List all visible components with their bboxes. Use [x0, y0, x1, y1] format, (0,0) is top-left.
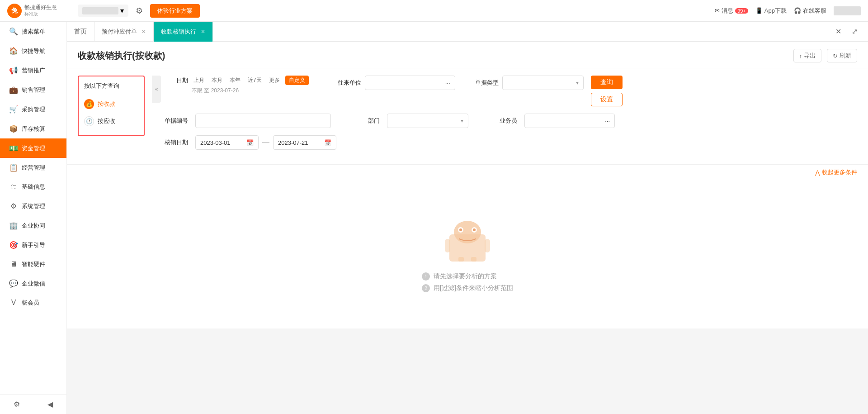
collection-icon: 💰: [84, 99, 94, 109]
tab-close-window-icon[interactable]: ✕: [832, 25, 844, 38]
empty-illustration: [440, 216, 495, 262]
tab-collection[interactable]: 收款核销执行 ✕: [154, 22, 213, 42]
sidebar-item-member[interactable]: V 畅会员: [0, 293, 66, 312]
svg-point-5: [473, 228, 476, 231]
layout: 🔍 搜索菜单 🏠 快捷导航 📢 营销推广 💼 销售管理 🛒 采购管理 📦 库存核…: [0, 0, 868, 414]
sidebar-item-marketing[interactable]: 📢 营销推广: [0, 61, 66, 80]
top-header: 兔 畅捷通好生意 标准版 ▾ ⚙ 体验行业方案 ✉ 消息 99+ 📱 App下载…: [0, 0, 868, 22]
chevron-down-dept-icon: ▾: [461, 118, 463, 124]
verify-date-label: 核销日期: [161, 138, 188, 147]
shortcut-custom[interactable]: 自定义: [285, 76, 309, 85]
company-name: [82, 7, 118, 14]
main-content: 首页 预付冲应付单 ✕ 收款核销执行 ✕ ✕ ⤢ 收款核销执行(按收款): [67, 22, 868, 414]
dept-select[interactable]: ▾: [387, 114, 468, 128]
filter-option-by-receivable[interactable]: 🕐 按应收: [84, 113, 138, 130]
staff-input[interactable]: ···: [524, 114, 615, 128]
filter-form: 日期 上月 本月 本年 近7天 更多 自定义: [161, 76, 868, 157]
panel-collapse-button[interactable]: «: [152, 76, 161, 103]
date-sub-label: 不限 至 2023-07-26: [192, 87, 239, 95]
tab-actions: ✕ ⤢: [832, 25, 868, 38]
shortcut-this-month[interactable]: 本月: [210, 76, 224, 85]
sidebar-label-hardware: 智能硬件: [22, 260, 45, 268]
bill-type-select[interactable]: ▾: [502, 76, 584, 90]
system-icon: ⚙: [9, 202, 18, 210]
wechat-icon: 💬: [9, 279, 18, 288]
page-header-actions: ↑ 导出 ↻ 刷新: [793, 49, 858, 62]
user-avatar[interactable]: [834, 6, 861, 15]
hint-num-2: 2: [422, 284, 430, 292]
company-selector[interactable]: ▾: [78, 5, 128, 17]
solution-button[interactable]: 体验行业方案: [150, 4, 200, 18]
footer-settings-button[interactable]: ⚙: [14, 400, 20, 409]
member-icon: V: [9, 299, 18, 307]
sidebar-label-marketing: 营销推广: [22, 67, 45, 75]
header-left: 兔 畅捷通好生意 标准版 ▾ ⚙ 体验行业方案: [7, 4, 715, 18]
sidebar-item-hardware[interactable]: 🖥 智能硬件: [0, 255, 66, 274]
app-name: 畅捷通好生意: [24, 4, 57, 10]
tab-home[interactable]: 首页: [67, 22, 94, 42]
verify-date-start-input[interactable]: 2023-03-01 📅: [195, 135, 259, 150]
action-buttons: 查询 设置: [591, 76, 623, 106]
operations-icon: 📋: [9, 163, 18, 172]
empty-hints: 1 请先选择要分析的方案 2 用[过滤]条件来缩小分析范围: [422, 272, 513, 292]
verify-date-end-input[interactable]: 2023-07-21 📅: [273, 135, 336, 150]
export-label: 导出: [804, 52, 816, 60]
app-download-action[interactable]: 📱 App下载: [755, 7, 787, 15]
collapse-more-label: 收起更多条件: [822, 168, 857, 176]
sidebar-label-wechat: 企业微信: [22, 280, 45, 288]
online-service-action[interactable]: 🎧 在线客服: [794, 7, 826, 15]
shortcut-last-month[interactable]: 上月: [192, 76, 206, 85]
tab-bar: 首页 预付冲应付单 ✕ 收款核销执行 ✕ ✕ ⤢: [67, 22, 868, 42]
sidebar-item-guide[interactable]: 🎯 新手引导: [0, 235, 66, 255]
settings-button[interactable]: 设置: [591, 93, 623, 106]
empty-hint-1: 1 请先选择要分析的方案: [422, 272, 513, 281]
sidebar-item-purchase[interactable]: 🛒 采购管理: [0, 100, 66, 119]
sidebar-item-operations[interactable]: 📋 经营管理: [0, 158, 66, 177]
sidebar-item-search[interactable]: 🔍 搜索菜单: [0, 22, 66, 41]
sidebar-label-search: 搜索菜单: [22, 28, 45, 36]
tab-prepay-label: 预付冲应付单: [102, 28, 137, 36]
refresh-button[interactable]: ↻ 刷新: [827, 49, 857, 62]
shortcut-this-year[interactable]: 本年: [228, 76, 242, 85]
shortcut-more[interactable]: 更多: [267, 76, 282, 85]
sales-icon: 💼: [9, 86, 18, 94]
query-button[interactable]: 查询: [591, 76, 623, 89]
calendar-start-icon: 📅: [246, 139, 254, 146]
bill-type-label: 单据类型: [472, 79, 499, 87]
message-label: 消息: [722, 7, 733, 15]
tab-collection-close-icon[interactable]: ✕: [201, 29, 205, 35]
bill-no-input[interactable]: [195, 114, 331, 128]
sidebar-label-purchase: 采购管理: [22, 105, 45, 114]
tab-prepay[interactable]: 预付冲应付单 ✕: [94, 22, 154, 42]
sidebar-item-inventory[interactable]: 📦 库存核算: [0, 119, 66, 138]
message-icon: ✉: [715, 7, 720, 14]
filter-panel: 按以下方查询 💰 按收款 🕐 按应收: [78, 76, 145, 136]
sidebar-item-wechat[interactable]: 💬 企业微信: [0, 274, 66, 293]
settings-icon[interactable]: ⚙: [132, 4, 146, 18]
footer-collapse-button[interactable]: ◀: [47, 400, 53, 409]
empty-hint-2: 2 用[过滤]条件来缩小分析范围: [422, 284, 513, 292]
receivable-icon: 🕐: [84, 116, 94, 126]
sidebar-item-system[interactable]: ⚙ 系统管理: [0, 196, 66, 216]
partner-input[interactable]: ···: [365, 76, 455, 90]
sidebar-item-sales[interactable]: 💼 销售管理: [0, 80, 66, 100]
filter-option-by-collection[interactable]: 💰 按收款: [84, 95, 138, 113]
export-button[interactable]: ↑ 导出: [793, 49, 822, 62]
tab-prepay-close-icon[interactable]: ✕: [142, 29, 146, 35]
sidebar-item-basic[interactable]: 🗂 基础信息: [0, 177, 66, 196]
svg-rect-6: [445, 239, 450, 252]
collapse-more-bar[interactable]: ⋀ 收起更多条件: [67, 164, 868, 180]
empty-state: 1 请先选择要分析的方案 2 用[过滤]条件来缩小分析范围: [67, 180, 868, 328]
guide-icon: 🎯: [9, 241, 18, 249]
tab-expand-icon[interactable]: ⤢: [848, 25, 861, 38]
svg-rect-9: [471, 257, 476, 262]
sidebar-footer: ⚙ ◀: [0, 394, 66, 414]
filter-layout: 按以下方查询 💰 按收款 🕐 按应收 «: [67, 68, 868, 164]
sidebar-item-finance[interactable]: 💵 资金管理: [0, 138, 66, 158]
sidebar-item-shortcut[interactable]: 🏠 快捷导航: [0, 41, 66, 61]
export-icon: ↑: [799, 52, 802, 59]
shortcut-7days[interactable]: 近7天: [246, 76, 264, 85]
sidebar-item-enterprise[interactable]: 🏢 企业协同: [0, 216, 66, 235]
message-action[interactable]: ✉ 消息 99+: [715, 7, 748, 15]
filter-row-2: 单据编号 部门 ▾ 业务员 ···: [161, 114, 857, 128]
